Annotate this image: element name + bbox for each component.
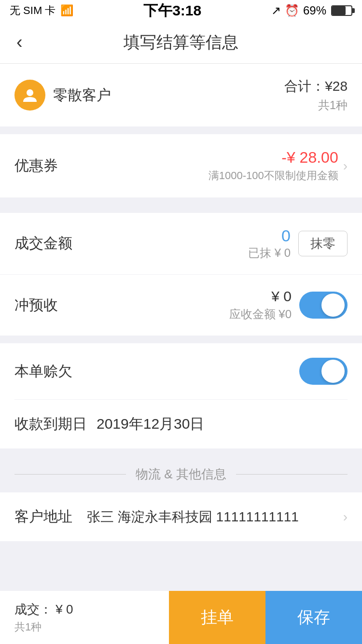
customer-row: 零散客户 合计：¥28 共1种 <box>0 64 362 126</box>
customer-section: 零散客户 合计：¥28 共1种 <box>0 64 362 126</box>
status-left: 无 SIM 卡 📶 <box>10 3 73 18</box>
battery-text: 69% <box>303 4 326 17</box>
address-value: 张三 海淀永丰科技园 11111111111 <box>87 508 343 526</box>
coupon-label: 优惠券 <box>14 156 58 176</box>
status-right: ↗ ⏰ 69% <box>271 4 352 17</box>
due-date-row: 收款到期日 2019年12月30日 <box>0 400 362 448</box>
debt-label: 本单赊欠 <box>14 362 72 381</box>
section-separator-1 <box>0 205 362 213</box>
coupon-right-content: -¥ 28.00 满1000-100不限制使用金额 <box>209 149 338 183</box>
status-time: 下午3:18 <box>143 1 201 21</box>
prepayment-right: ¥ 0 应收金额 ¥0 <box>229 288 348 322</box>
wifi-icon: 📶 <box>60 4 73 17</box>
section-separator-2 <box>0 336 362 343</box>
logistics-label: 物流 & 其他信息 <box>136 466 226 483</box>
save-button[interactable]: 保存 <box>265 591 362 644</box>
logistics-line-right <box>236 474 348 475</box>
bottom-deal: 成交： ¥ 0 <box>14 601 154 618</box>
prepayment-receivable: 应收金额 ¥0 <box>229 307 292 322</box>
debt-section: 本单赊欠 收款到期日 2019年12月30日 <box>0 343 362 448</box>
coupon-right: -¥ 28.00 满1000-100不限制使用金额 › <box>209 149 348 183</box>
debt-row: 本单赊欠 <box>0 343 362 399</box>
section-separator-3 <box>0 448 362 456</box>
back-button[interactable]: ‹ <box>12 27 28 57</box>
transaction-amount-row: 成交金额 0 已抹 ¥ 0 抹零 <box>0 213 362 275</box>
bottom-deal-amount: ¥ 0 <box>56 602 73 616</box>
address-label: 客户地址 <box>14 507 72 527</box>
bottom-deal-label: 成交： <box>14 602 52 616</box>
coupon-chevron-icon: › <box>343 158 348 174</box>
prepayment-toggle[interactable] <box>299 292 348 319</box>
coupon-desc: 满1000-100不限制使用金额 <box>209 168 338 183</box>
customer-left: 零散客户 <box>14 80 111 111</box>
customer-name: 零散客户 <box>53 85 111 105</box>
hold-button[interactable]: 挂单 <box>169 591 265 644</box>
transaction-amount-right: 0 已抹 ¥ 0 抹零 <box>248 226 348 261</box>
due-date-value: 2019年12月30日 <box>97 414 204 434</box>
debt-toggle[interactable] <box>299 358 348 385</box>
customer-avatar <box>14 80 45 111</box>
location-icon: ↗ <box>271 4 281 17</box>
coupon-section[interactable]: 优惠券 -¥ 28.00 满1000-100不限制使用金额 › <box>0 134 362 197</box>
prepayment-amounts: ¥ 0 应收金额 ¥0 <box>229 288 292 322</box>
status-bar: 无 SIM 卡 📶 下午3:18 ↗ ⏰ 69% <box>0 0 362 21</box>
customer-right: 合计：¥28 共1种 <box>284 77 348 113</box>
nav-bar: ‹ 填写结算等信息 <box>0 21 362 64</box>
address-row[interactable]: 客户地址 张三 海淀永丰科技园 11111111111 › <box>0 492 362 541</box>
address-chevron-icon: › <box>343 509 348 525</box>
content: 零散客户 合计：¥28 共1种 优惠券 -¥ 28.00 满1000-100不限… <box>0 64 362 607</box>
bottom-bar: 成交： ¥ 0 共1种 挂单 保存 <box>0 591 362 644</box>
alarm-icon: ⏰ <box>285 4 299 17</box>
bottom-count: 共1种 <box>14 620 154 634</box>
prepayment-toggle-knob <box>321 294 345 317</box>
bottom-info: 成交： ¥ 0 共1种 <box>0 591 169 644</box>
logistics-header: 物流 & 其他信息 <box>0 456 362 492</box>
no-sim-text: 无 SIM 卡 <box>10 3 56 18</box>
prepayment-amount: ¥ 0 <box>229 288 292 305</box>
battery-fill <box>332 6 346 15</box>
logistics-line-left <box>14 474 126 475</box>
customer-total: 合计：¥28 <box>284 77 348 96</box>
transaction-amount-value[interactable]: 0 <box>248 226 291 245</box>
due-date-label: 收款到期日 <box>14 414 87 434</box>
prepayment-row: 冲预收 ¥ 0 应收金额 ¥0 <box>0 275 362 336</box>
customer-count: 共1种 <box>284 98 348 113</box>
svg-point-0 <box>27 89 33 96</box>
already-rounded-text: 已抹 ¥ 0 <box>248 245 291 261</box>
prepayment-label: 冲预收 <box>14 295 58 315</box>
coupon-amount: -¥ 28.00 <box>209 149 338 167</box>
coupon-row[interactable]: 优惠券 -¥ 28.00 满1000-100不限制使用金额 › <box>0 134 362 197</box>
battery-icon <box>331 5 352 16</box>
debt-toggle-knob <box>321 360 345 383</box>
transaction-amount-label: 成交金额 <box>14 234 72 253</box>
page-title: 填写结算等信息 <box>124 31 238 54</box>
round-zero-button[interactable]: 抹零 <box>298 231 348 256</box>
transaction-section: 成交金额 0 已抹 ¥ 0 抹零 冲预收 ¥ 0 应收金额 ¥0 <box>0 213 362 336</box>
address-section[interactable]: 客户地址 张三 海淀永丰科技园 11111111111 › <box>0 492 362 541</box>
